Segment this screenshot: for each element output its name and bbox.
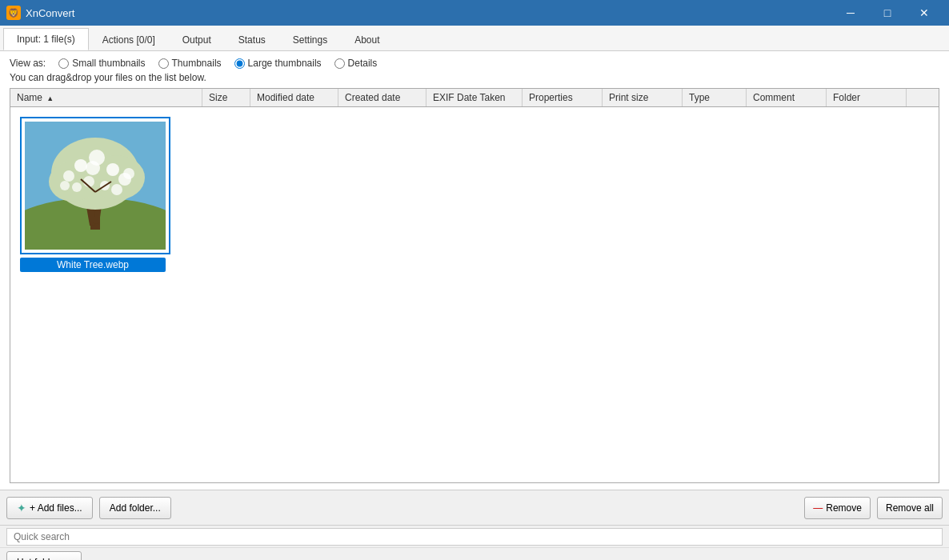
svg-point-16 [111, 184, 122, 195]
col-header-size[interactable]: Size [202, 89, 250, 106]
svg-point-8 [74, 159, 87, 172]
hot-folders-button[interactable]: Hot folders... [6, 551, 82, 560]
remove-button[interactable]: — Remove [804, 497, 871, 519]
view-as-label: View as: [10, 58, 46, 69]
col-header-name[interactable]: Name ▲ [10, 89, 202, 106]
quick-search-input[interactable] [6, 528, 943, 546]
file-thumbnail-item[interactable]: White Tree.webp [17, 114, 169, 275]
close-window-button[interactable]: ✕ [906, 0, 943, 26]
thumbnail-image [25, 122, 166, 250]
col-header-credate[interactable]: Created date [338, 89, 426, 106]
tab-status[interactable]: Status [225, 29, 279, 50]
tab-actions[interactable]: Actions [0/0] [89, 29, 169, 50]
add-files-button[interactable]: ✦ + Add files... [6, 497, 93, 519]
remove-all-button[interactable]: Remove all [877, 497, 943, 519]
svg-point-10 [106, 163, 119, 176]
file-list[interactable]: Name ▲ Size Modified date Created date E… [10, 88, 939, 483]
maximize-button[interactable]: □ [869, 0, 906, 26]
file-name-label: White Tree.webp [20, 258, 166, 272]
thumbnail-frame [20, 117, 170, 254]
svg-point-19 [123, 168, 134, 179]
view-thumbnails-option[interactable]: Thumbnails [158, 58, 222, 69]
view-small-radio[interactable] [58, 58, 69, 69]
app-icon: 🦁 [6, 6, 21, 20]
window-controls: ─ □ ✕ [832, 0, 943, 26]
remove-icon: — [813, 502, 823, 514]
tab-bar: Input: 1 file(s)Actions [0/0]OutputStatu… [0, 26, 949, 51]
file-list-body: White Tree.webp [10, 107, 939, 282]
app-title: XnConvert [26, 7, 832, 19]
minimize-button[interactable]: ─ [832, 0, 869, 26]
quick-search-bar [0, 525, 949, 547]
tab-settings[interactable]: Settings [279, 29, 341, 50]
view-small-thumbnails-option[interactable]: Small thumbnails [58, 58, 145, 69]
view-large-thumbnails-option[interactable]: Large thumbnails [234, 58, 322, 69]
view-large-radio[interactable] [234, 58, 245, 69]
add-files-icon: ✦ [17, 502, 26, 514]
col-header-exif[interactable]: EXIF Date Taken [426, 89, 523, 106]
col-header-moddate[interactable]: Modified date [250, 89, 338, 106]
view-as-row: View as: Small thumbnails Thumbnails Lar… [10, 58, 939, 69]
svg-point-17 [86, 161, 100, 175]
tab-input[interactable]: Input: 1 file(s) [3, 28, 89, 50]
hot-folders-bar: Hot folders... [0, 547, 949, 560]
col-header-folder[interactable]: Folder [827, 89, 907, 106]
drag-drop-hint: You can drag&drop your files on the list… [10, 72, 939, 83]
bottom-toolbar: ✦ + Add files... Add folder... — Remove … [0, 490, 949, 525]
svg-point-11 [63, 170, 74, 182]
col-header-type[interactable]: Type [683, 89, 747, 106]
col-header-print[interactable]: Print size [603, 89, 683, 106]
add-folder-button[interactable]: Add folder... [99, 497, 171, 519]
main-content: View as: Small thumbnails Thumbnails Lar… [0, 51, 949, 490]
svg-point-18 [60, 181, 70, 190]
title-bar: 🦁 XnConvert ─ □ ✕ [0, 0, 949, 26]
col-header-comment[interactable]: Comment [747, 89, 827, 106]
file-list-header: Name ▲ Size Modified date Created date E… [10, 89, 939, 107]
view-details-radio[interactable] [334, 58, 345, 69]
col-header-props[interactable]: Properties [523, 89, 603, 106]
view-details-option[interactable]: Details [334, 58, 378, 69]
view-thumbnails-radio[interactable] [158, 58, 169, 69]
tab-about[interactable]: About [341, 29, 393, 50]
tab-output[interactable]: Output [169, 29, 225, 50]
svg-point-15 [72, 182, 82, 192]
